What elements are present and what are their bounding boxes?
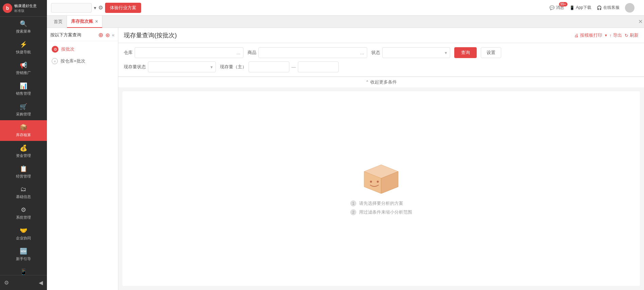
goods-more-button[interactable]: ... [360,50,364,55]
inventory-amount-label: 现存量（主） [220,64,247,70]
inventory-status-field: 现存量状态 ▾ [124,61,216,72]
scheme-settings-button[interactable]: ⊛ [105,32,110,38]
sidebar-system-label: 系统管理 [16,215,31,220]
tab-home[interactable]: 首页 [50,16,67,28]
sidebar-item-inventory[interactable]: 📦 库存核算 [0,120,47,141]
sidebar-item-basic[interactable]: 🗂 基础信息 [0,182,47,203]
topbar-dropdown-button[interactable]: ▾ [94,5,96,11]
topbar-search-input[interactable] [51,3,92,13]
sidebar-sales-label: 销售管理 [16,91,31,96]
refresh-button[interactable]: ↻ 刷新 [625,32,639,38]
experience-industry-button[interactable]: 体验行业方案 [105,3,141,13]
filter-panel: 按以下方案查询 ⊕ ⊛ « ⊙ 按批次 ○ 按仓库+批次 [47,28,118,290]
goods-input[interactable]: ... [258,47,367,58]
page-header: 现存量查询(按批次) 🖨 按模板打印 ▾ ↑ 导出 ↻ [118,28,644,43]
sidebar-item-enterprise[interactable]: 🤝 企业协同 [0,223,47,244]
collapse-more-bar[interactable]: ⌃ 收起更多条件 [118,77,644,87]
inventory-status-dropdown-icon: ▾ [210,65,213,70]
topbar-settings-button[interactable]: ⚙ [98,4,103,11]
sidebar-item-marketing[interactable]: 📢 营销推广 [0,58,47,79]
export-button[interactable]: ↑ 导出 [610,32,622,38]
warehouse-field: 仓库 ... [124,47,243,58]
refresh-icon: ↻ [625,33,628,38]
export-label: 导出 [613,32,622,38]
print-dropdown-button[interactable]: ▾ [605,33,607,38]
sidebar-enterprise-label: 企业协同 [16,236,31,241]
sidebar-item-purchase[interactable]: 🛒 采购管理 [0,99,47,120]
sidebar-collapse-button[interactable]: ◀ [37,278,44,287]
filter-scheme-by-batch[interactable]: ⊙ 按批次 [47,43,118,55]
filter-row-2: 现存量状态 ▾ 现存量（主） — [124,61,639,72]
message-action[interactable]: 💬 消息 99+ [549,5,564,11]
shortcut-icon: ⚡ [20,41,27,48]
headset-icon: 🎧 [597,5,602,10]
print-button[interactable]: 🖨 按模板打印 [574,32,602,38]
empty-illustration-svg [361,160,402,194]
app-logo: b [3,3,12,13]
sidebar-item-finance[interactable]: 💰 资金管理 [0,141,47,162]
inventory-amount-range: — [249,61,339,72]
inventory-amount-max[interactable] [298,61,339,72]
purchase-icon: 🛒 [20,103,27,110]
status-select[interactable]: ▾ [382,47,450,58]
page-header-actions: 🖨 按模板打印 ▾ ↑ 导出 ↻ 刷新 [574,32,639,38]
status-dropdown-icon: ▾ [445,50,447,55]
user-avatar[interactable] [625,3,634,13]
sidebar-basic-label: 基础信息 [16,194,31,199]
online-service-action[interactable]: 🎧 在线客服 [597,5,620,11]
range-separator: — [291,65,296,70]
sidebar-item-operation[interactable]: 📋 经营管理 [0,162,47,182]
sidebar-item-apps[interactable]: 📱 应用中心 [0,265,47,275]
inventory-status-label: 现存量状态 [124,64,146,70]
tab-bar: 首页 库存批次账 × ✕ [47,16,644,28]
svg-point-3 [370,181,372,183]
sidebar-item-shortcut[interactable]: ⚡ 快捷导航 [0,37,47,58]
tab-inventory-batch[interactable]: 库存批次账 × [67,16,102,28]
operation-icon: 📋 [20,165,27,173]
app-download-action[interactable]: 📱 App下载 [570,5,591,11]
sidebar-item-guide[interactable]: 🆕 新手引导 [0,244,47,265]
brand-name: 畅康通好生意 [14,3,37,8]
sidebar-item-system[interactable]: ⚙ 系统管理 [0,203,47,223]
inventory-status-select[interactable]: ▾ [148,61,216,72]
filter-scheme-by-warehouse-batch[interactable]: ○ 按仓库+批次 [47,55,118,67]
goods-label: 商品 [248,50,256,56]
basic-icon: 🗂 [20,186,27,193]
scheme-by-batch-label: 按批次 [61,46,74,52]
mobile-icon: 📱 [570,5,575,10]
sidebar-item-search[interactable]: 🔍 搜索菜单 [0,17,47,37]
filter-scheme-list: ⊙ 按批次 ○ 按仓库+批次 [47,41,118,69]
refresh-label: 刷新 [630,32,639,38]
settings-button[interactable]: 设置 [481,47,501,58]
tip-text-1: 请先选择要分析的方案 [359,200,403,206]
system-icon: ⚙ [21,206,26,214]
scheme-by-batch-icon: ⊙ [52,46,58,53]
sidebar-settings-button[interactable]: ⚙ [3,278,10,287]
inventory-amount-min[interactable] [249,61,289,72]
add-scheme-button[interactable]: ⊕ [98,31,103,39]
tab-close-all-button[interactable]: ✕ [638,18,643,25]
query-button[interactable]: 查询 [454,47,477,58]
sidebar-shortcut-label: 快捷导航 [16,50,31,55]
tab-close-button[interactable]: × [95,19,98,24]
sidebar-header: b 畅康通好生意 标准版 [0,0,47,17]
print-label: 按模板打印 [580,32,602,38]
collapse-more-label: 收起更多条件 [370,79,397,85]
sidebar-search-label: 搜索菜单 [16,29,31,34]
sidebar-footer: ⚙ ◀ [0,275,47,290]
scheme-by-warehouse-batch-icon: ○ [52,58,58,64]
online-service-label: 在线客服 [603,5,620,11]
marketing-icon: 📢 [20,61,27,69]
panel-collapse-button[interactable]: « [112,32,115,38]
status-label: 状态 [371,50,380,56]
message-badge: 99+ [559,2,567,6]
enterprise-icon: 🤝 [20,227,27,234]
sidebar-guide-label: 新手引导 [16,256,31,261]
warehouse-more-button[interactable]: ... [236,50,240,55]
empty-state: 1 请先选择要分析的方案 2 用过滤条件来缩小分析范围 [122,91,640,286]
warehouse-input[interactable]: ... [135,47,243,58]
sidebar: b 畅康通好生意 标准版 🔍 搜索菜单 ⚡ 快捷导航 📢 营销推广 📊 [0,0,47,290]
sidebar-item-sales[interactable]: 📊 销售管理 [0,79,47,99]
svg-point-4 [377,181,379,183]
filter-panel-actions: ⊕ ⊛ « [98,31,115,39]
